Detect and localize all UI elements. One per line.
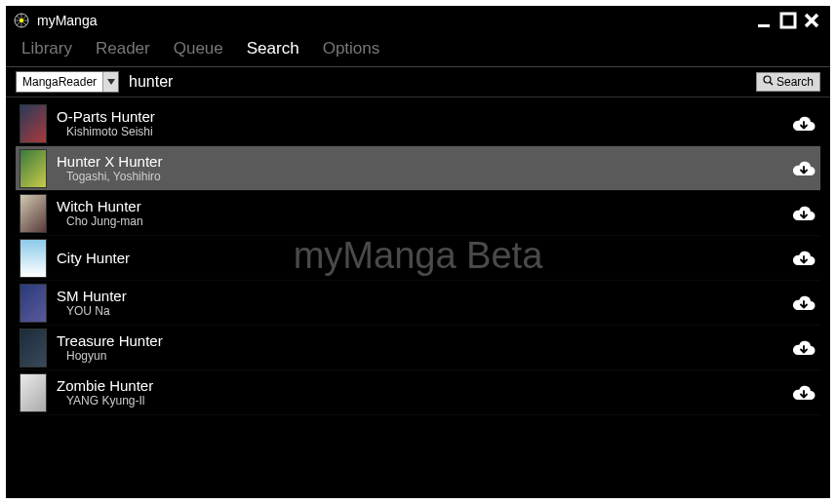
window-controls — [754, 10, 822, 31]
result-title: Treasure Hunter — [57, 332, 781, 349]
download-icon[interactable] — [791, 293, 816, 313]
download-icon[interactable] — [791, 204, 816, 223]
titlebar: myManga — [6, 6, 830, 35]
download-icon[interactable] — [791, 159, 816, 178]
result-author: Kishimoto Seishi — [57, 125, 781, 138]
svg-rect-2 — [758, 24, 770, 27]
tab-queue[interactable]: Queue — [174, 39, 223, 58]
result-title: Witch Hunter — [57, 198, 781, 214]
result-meta: SM HunterYOU Na — [57, 288, 781, 318]
maximize-button[interactable] — [777, 10, 799, 31]
app-window: myManga LibraryReaderQueueSearchOptions … — [6, 6, 830, 498]
tab-reader[interactable]: Reader — [96, 39, 150, 58]
result-title: O-Parts Hunter — [57, 108, 781, 125]
tab-search[interactable]: Search — [247, 39, 299, 58]
cover-thumbnail — [20, 104, 47, 143]
result-author: Cho Jung-man — [57, 214, 781, 228]
result-meta: City Hunter — [57, 250, 781, 266]
result-title: Hunter X Hunter — [57, 153, 781, 170]
app-icon — [14, 13, 29, 28]
tab-library[interactable]: Library — [21, 39, 72, 58]
result-meta: O-Parts HunterKishimoto Seishi — [57, 108, 781, 138]
search-button-label: Search — [776, 75, 814, 89]
result-row[interactable]: Hunter X HunterTogashi, Yoshihiro — [16, 146, 820, 191]
result-author: YOU Na — [57, 304, 781, 318]
chevron-down-icon — [102, 72, 118, 92]
cover-thumbnail — [20, 329, 47, 368]
source-value: MangaReader — [17, 75, 102, 89]
cover-thumbnail — [20, 373, 47, 412]
svg-rect-3 — [781, 14, 795, 27]
result-row[interactable]: O-Parts HunterKishimoto Seishi — [16, 101, 820, 146]
cover-thumbnail — [20, 149, 47, 188]
result-row[interactable]: City Hunter — [16, 236, 820, 281]
result-row[interactable]: SM HunterYOU Na — [16, 281, 820, 326]
source-dropdown[interactable]: MangaReader — [16, 71, 119, 93]
result-title: City Hunter — [57, 250, 781, 266]
result-meta: Witch HunterCho Jung-man — [57, 198, 781, 228]
svg-point-1 — [20, 19, 23, 22]
search-bar: MangaReader Search — [6, 67, 830, 97]
result-row[interactable]: Witch HunterCho Jung-man — [16, 191, 820, 236]
result-meta: Hunter X HunterTogashi, Yoshihiro — [57, 153, 781, 183]
search-button[interactable]: Search — [756, 72, 820, 92]
result-author: Hogyun — [57, 349, 781, 363]
download-icon[interactable] — [791, 114, 816, 134]
result-title: SM Hunter — [57, 288, 781, 304]
result-meta: Treasure HunterHogyun — [57, 332, 781, 363]
svg-line-5 — [770, 82, 773, 85]
svg-point-4 — [764, 76, 771, 83]
download-icon[interactable] — [791, 338, 816, 358]
download-icon[interactable] — [791, 383, 816, 403]
result-row[interactable]: Zombie HunterYANG Kyung-Il — [16, 370, 820, 415]
cover-thumbnail — [20, 239, 47, 278]
close-button[interactable] — [801, 10, 822, 31]
search-input[interactable] — [125, 73, 750, 91]
cover-thumbnail — [20, 194, 47, 233]
result-author: Togashi, Yoshihiro — [57, 170, 781, 183]
app-title: myManga — [37, 13, 754, 28]
result-title: Zombie Hunter — [57, 377, 781, 394]
search-results: O-Parts HunterKishimoto SeishiHunter X H… — [6, 97, 830, 419]
nav-tabs: LibraryReaderQueueSearchOptions — [6, 35, 830, 67]
download-icon[interactable] — [791, 249, 816, 268]
minimize-button[interactable] — [754, 10, 776, 31]
cover-thumbnail — [20, 284, 47, 323]
result-row[interactable]: Treasure HunterHogyun — [16, 326, 820, 370]
result-meta: Zombie HunterYANG Kyung-Il — [57, 377, 781, 407]
search-icon — [763, 75, 774, 89]
result-author: YANG Kyung-Il — [57, 394, 781, 407]
tab-options[interactable]: Options — [323, 39, 380, 58]
